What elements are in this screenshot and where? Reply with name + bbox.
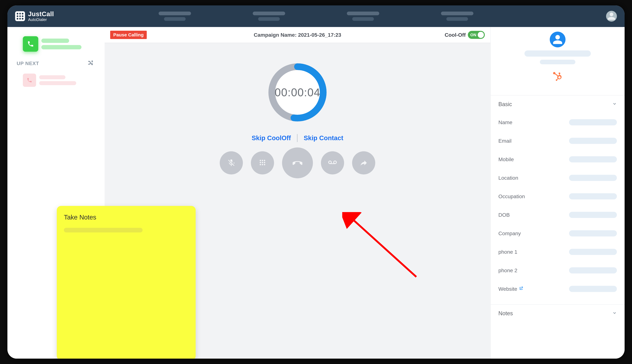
svg-point-6	[262, 162, 263, 163]
timer-ring: 00:00:04	[267, 62, 328, 123]
notes-placeholder-line	[64, 228, 143, 232]
field-occupation: Occupation	[498, 187, 617, 206]
current-call[interactable]	[8, 36, 105, 60]
toggle-state: ON	[470, 32, 476, 37]
section-basic-label: Basic	[498, 101, 512, 108]
dialpad-button[interactable]	[251, 151, 274, 174]
contact-name-placeholder	[524, 50, 591, 56]
chevron-down-icon	[612, 310, 617, 317]
skip-cooloff-link[interactable]: Skip CoolOff	[252, 134, 291, 142]
field-phone2: phone 2	[498, 261, 617, 280]
contact-panel: Basic Name Email Mobile Location Occupat…	[490, 27, 624, 358]
brand-name: JustCall	[28, 11, 54, 17]
user-icon	[607, 12, 616, 20]
up-next-text	[39, 75, 76, 85]
toggle-knob	[478, 32, 484, 38]
campaign-bar: Pause Calling Campaign Name: 2021-05-26_…	[105, 27, 490, 43]
section-notes-label: Notes	[498, 310, 513, 317]
call-button-active[interactable]	[23, 36, 38, 52]
svg-point-3	[262, 160, 263, 161]
top-bar: JustCall AutoDialer	[8, 6, 624, 27]
field-mobile: Mobile	[498, 150, 617, 168]
call-action-row	[220, 151, 375, 178]
cooloff-label: Cool-Off	[445, 32, 466, 38]
divider	[297, 134, 297, 142]
svg-point-7	[264, 162, 265, 163]
cooloff-toggle[interactable]: ON	[468, 31, 485, 39]
svg-point-9	[262, 164, 263, 165]
hangup-button[interactable]	[282, 148, 313, 178]
user-icon	[552, 34, 563, 45]
field-website: Website	[498, 280, 617, 298]
phone-icon	[27, 78, 32, 83]
shuffle-icon[interactable]	[87, 60, 94, 68]
keypad-icon	[258, 159, 267, 167]
svg-point-2	[260, 160, 261, 161]
field-phone1: phone 1	[498, 242, 617, 261]
dialpad-icon	[15, 11, 25, 21]
svg-point-10	[264, 164, 265, 165]
contact-header	[491, 32, 624, 90]
field-email: Email	[498, 132, 617, 150]
section-basic-header[interactable]: Basic	[491, 96, 624, 113]
contact-sub-placeholder	[540, 60, 575, 64]
profile-avatar[interactable]	[606, 11, 617, 22]
contact-avatar[interactable]	[550, 32, 565, 47]
basic-fields: Name Email Mobile Location Occupation DO…	[491, 113, 624, 298]
chevron-down-icon	[612, 101, 617, 108]
timer-value: 00:00:04	[267, 62, 328, 123]
cooloff-toggle-wrap: Cool-Off ON	[445, 31, 485, 39]
field-location: Location	[498, 168, 617, 187]
pause-calling-button[interactable]: Pause Calling	[110, 31, 147, 39]
voicemail-button[interactable]	[321, 151, 344, 174]
svg-point-5	[260, 162, 261, 163]
hangup-icon	[291, 156, 304, 170]
forward-button[interactable]	[352, 151, 375, 174]
call-button-queued[interactable]	[23, 74, 36, 87]
skip-actions: Skip CoolOff Skip Contact	[252, 134, 343, 142]
mute-button[interactable]	[220, 151, 243, 174]
external-link-icon[interactable]	[519, 286, 523, 292]
svg-point-8	[260, 164, 261, 165]
forward-icon	[359, 159, 368, 167]
phone-icon	[27, 40, 34, 47]
field-name: Name	[498, 113, 617, 132]
svg-point-4	[264, 160, 265, 161]
app-frame: JustCall AutoDialer	[8, 6, 624, 358]
hubspot-icon[interactable]	[552, 72, 563, 84]
skip-contact-link[interactable]: Skip Contact	[304, 134, 343, 142]
take-notes-panel[interactable]: Take Notes	[57, 206, 196, 358]
brand-logo[interactable]: JustCall AutoDialer	[15, 11, 54, 22]
field-company: Company	[498, 224, 617, 242]
up-next-item[interactable]	[8, 68, 105, 87]
up-next-label: UP NEXT	[17, 60, 39, 66]
brand-subtitle: AutoDialer	[28, 18, 54, 22]
up-next-header: UP NEXT	[8, 60, 105, 68]
mic-off-icon	[227, 159, 235, 167]
nav-placeholders	[8, 6, 624, 27]
take-notes-title: Take Notes	[64, 214, 189, 221]
field-dob: DOB	[498, 206, 617, 224]
voicemail-icon	[328, 158, 337, 168]
section-notes-header[interactable]: Notes	[491, 304, 624, 322]
current-call-text	[41, 38, 82, 49]
campaign-name: Campaign Name: 2021-05-26_17:23	[254, 32, 341, 38]
